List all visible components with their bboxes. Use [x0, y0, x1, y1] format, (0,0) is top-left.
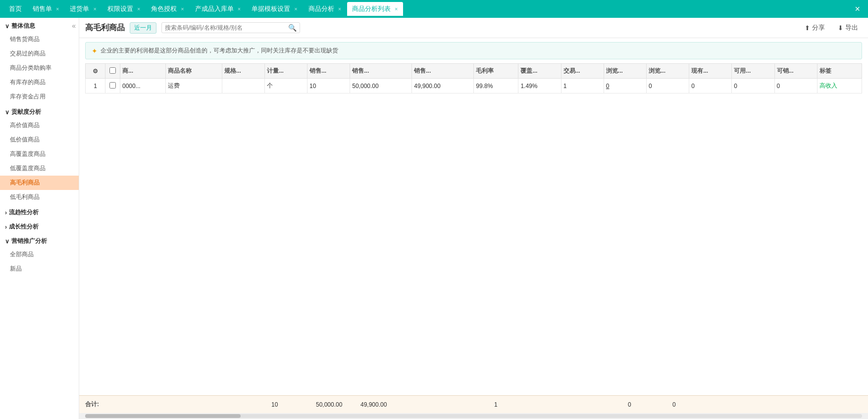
content-area: 高毛利商品 近一月 🔍 ⬆ 分享 ⬇ 导出 ✦ 企业的主要的利润都是这部分商品创…	[79, 18, 868, 419]
col-header-sale-qty: 销售...	[307, 64, 350, 79]
sidebar-item-low-margin[interactable]: 低毛利商品	[0, 190, 79, 204]
info-icon: ✦	[92, 47, 98, 55]
tab-home[interactable]: 首页	[4, 2, 27, 16]
cell-spec	[222, 79, 264, 93]
sidebar-item-low-value[interactable]: 低价值商品	[0, 133, 79, 147]
col-header-unit: 计量...	[264, 64, 307, 79]
footer-label: 合计:	[85, 400, 99, 409]
cell-seq: 1	[86, 79, 105, 93]
sidebar-collapse-button[interactable]: «	[72, 22, 76, 30]
col-header-check	[105, 64, 120, 79]
footer-transaction: 1	[490, 399, 530, 410]
cell-gross-margin: 99.8%	[474, 79, 518, 93]
footer-browse2	[579, 403, 619, 407]
sidebar-item-high-coverage[interactable]: 高覆盖度商品	[0, 147, 79, 161]
col-header-browse1: 浏览...	[604, 64, 646, 79]
horizontal-scrollbar[interactable]	[79, 413, 868, 419]
cell-browse1[interactable]: 0	[604, 79, 646, 93]
top-navigation: 首页 销售单 × 进货单 × 权限设置 × 角色授权 × 产成品入库单 × 单据…	[0, 0, 868, 18]
sidebar-item-high-margin[interactable]: 高毛利商品	[0, 176, 79, 190]
tab-purchase[interactable]: 进货单 ×	[65, 2, 101, 16]
sidebar-item-category-assist[interactable]: 商品分类助购率	[0, 61, 79, 75]
close-icon[interactable]: ×	[93, 6, 96, 12]
tab-product-analysis[interactable]: 商品分析 ×	[304, 2, 346, 16]
window-close-button[interactable]: ×	[851, 4, 864, 14]
tab-permission[interactable]: 权限设置 ×	[102, 2, 145, 16]
col-header-code: 商...	[120, 64, 166, 79]
sidebar-group-marketing[interactable]: ∨ 营销推广分析	[0, 233, 79, 247]
page-title: 高毛利商品	[85, 23, 125, 33]
select-all-checkbox[interactable]	[109, 67, 116, 74]
tab-sales-order[interactable]: 销售单 ×	[28, 2, 64, 16]
footer-sale-cost: 49,900.00	[357, 399, 396, 410]
tab-product-in[interactable]: 产成品入库单 ×	[190, 2, 246, 16]
cell-unit: 个	[264, 79, 307, 93]
close-icon[interactable]: ×	[338, 6, 341, 12]
sidebar-item-sales-goods[interactable]: 销售货商品	[0, 32, 79, 47]
data-table: ⚙ 商... 商品名称 规格... 计量... 销售... 销售... 销售..…	[85, 63, 862, 93]
table-row: 1 0000... 运费 个 10 50,000.00 49,900.00 99…	[86, 79, 862, 93]
settings-icon[interactable]: ⚙	[93, 68, 98, 75]
period-button[interactable]: 近一月	[130, 22, 156, 34]
chevron-down-icon: ∨	[5, 238, 9, 245]
cell-browse2: 0	[646, 79, 689, 93]
footer-sale-amount: 50,000.00	[312, 399, 352, 410]
chevron-right-icon: ›	[5, 224, 7, 231]
cell-available: 0	[732, 79, 774, 93]
close-icon[interactable]: ×	[181, 6, 184, 12]
search-icon[interactable]: 🔍	[288, 24, 297, 32]
footer-available: 0	[668, 399, 708, 410]
cell-check	[105, 79, 120, 93]
cell-tag: 高收入	[817, 79, 862, 93]
sidebar-item-high-value[interactable]: 高价值商品	[0, 118, 79, 133]
export-icon: ⬇	[838, 24, 843, 32]
search-box: 🔍	[161, 22, 300, 33]
col-header-sale-amount: 销售...	[350, 64, 412, 79]
close-icon[interactable]: ×	[238, 6, 241, 12]
content-header: 高毛利商品 近一月 🔍 ⬆ 分享 ⬇ 导出	[79, 18, 868, 38]
cell-name: 运费	[165, 79, 222, 93]
sidebar-item-new-goods[interactable]: 新品	[0, 262, 79, 276]
col-header-transaction: 交易...	[561, 64, 604, 79]
search-input[interactable]	[165, 24, 286, 31]
sidebar-item-stock-goods[interactable]: 有库存的商品	[0, 75, 79, 90]
col-header-spec: 规格...	[222, 64, 264, 79]
footer-sale-qty: 10	[267, 399, 307, 410]
sidebar-item-traded-goods[interactable]: 交易过的商品	[0, 47, 79, 61]
tab-product-analysis-list[interactable]: 商品分析列表 ×	[347, 2, 403, 16]
close-icon[interactable]: ×	[294, 6, 297, 12]
col-header-name: 商品名称	[165, 64, 222, 79]
cell-coverage: 1.49%	[518, 79, 561, 93]
tab-role[interactable]: 角色授权 ×	[146, 2, 189, 16]
share-button[interactable]: ⬆ 分享	[801, 22, 829, 34]
main-layout: « ∨ 整体信息 销售货商品 交易过的商品 商品分类助购率 有库存的商品 库存资…	[0, 18, 868, 419]
col-header-saleable: 可销...	[774, 64, 817, 79]
sidebar-group-growth[interactable]: › 成长性分析	[0, 219, 79, 233]
col-header-sale-cost: 销售...	[412, 64, 474, 79]
row-checkbox[interactable]	[109, 82, 116, 89]
cell-sale-qty: 10	[307, 79, 350, 93]
chevron-right-icon: ›	[5, 209, 7, 216]
sidebar-item-low-coverage[interactable]: 低覆盖度商品	[0, 161, 79, 176]
tab-template[interactable]: 单据模板设置 ×	[247, 2, 302, 16]
cell-sale-amount: 50,000.00	[350, 79, 412, 93]
sidebar-item-stock-capital[interactable]: 库存资金占用	[0, 90, 79, 104]
col-header-tag: 标签	[817, 64, 862, 79]
col-header-current: 现有...	[689, 64, 732, 79]
cell-code[interactable]: 0000...	[120, 79, 166, 93]
col-header-seq: ⚙	[86, 64, 105, 79]
close-icon[interactable]: ×	[56, 6, 59, 12]
sidebar-group-trend[interactable]: › 流趋性分析	[0, 204, 79, 219]
cell-sale-cost: 49,900.00	[412, 79, 474, 93]
chevron-down-icon: ∨	[5, 109, 9, 116]
sidebar-group-overall[interactable]: ∨ 整体信息	[0, 18, 79, 32]
cell-transaction: 1	[561, 79, 604, 93]
col-header-available: 可用...	[732, 64, 774, 79]
sidebar-group-contribution[interactable]: ∨ 贡献度分析	[0, 104, 79, 118]
chevron-down-icon: ∨	[5, 23, 9, 30]
export-button[interactable]: ⬇ 导出	[834, 22, 862, 34]
footer-coverage	[446, 403, 485, 407]
close-icon[interactable]: ×	[137, 6, 140, 12]
close-icon[interactable]: ×	[395, 6, 398, 12]
sidebar-item-all-goods[interactable]: 全部商品	[0, 247, 79, 262]
